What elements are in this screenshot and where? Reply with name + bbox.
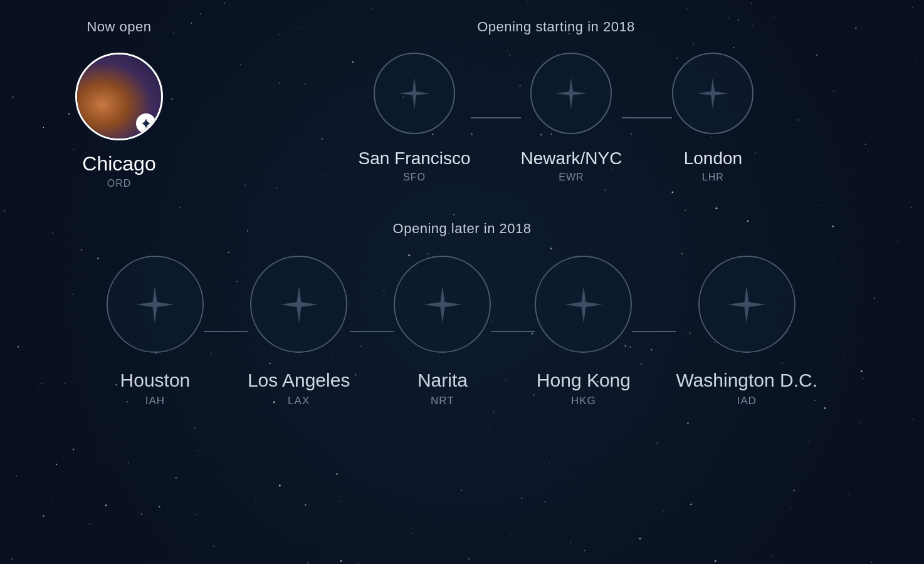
iah-city-name: Houston	[120, 369, 191, 392]
iad-circle	[698, 256, 795, 353]
sfo-city-name: San Francisco	[359, 148, 471, 169]
opening-2018-column: Opening starting in 2018 San Francisco S…	[213, 19, 899, 183]
iah-star-icon	[132, 282, 177, 327]
hkg-star-icon	[561, 282, 606, 327]
lhr-city-code: LHR	[702, 172, 724, 183]
lax-circle	[250, 256, 347, 353]
connector-hkg-iad	[632, 331, 676, 332]
now-open-label: Now open	[87, 19, 151, 35]
chicago-star-badge	[136, 113, 156, 133]
ewr-star-icon	[552, 75, 590, 112]
connector-nrt-hkg	[491, 331, 535, 332]
nrt-star-icon	[420, 282, 465, 327]
lhr-star-icon	[694, 75, 732, 112]
chicago-airport-item[interactable]: Chicago ORD	[75, 53, 163, 189]
nrt-city-name: Narita	[417, 369, 468, 392]
connector-iah-lax	[204, 331, 248, 332]
sfo-airport-item[interactable]: San Francisco SFO	[359, 53, 471, 183]
opening-later-label: Opening later in 2018	[393, 221, 532, 237]
top-section: Now open Chicago ORD Opening starting in…	[25, 19, 899, 189]
iah-airport-item[interactable]: Houston IAH	[107, 256, 204, 407]
lax-star-icon	[276, 282, 322, 327]
sfo-circle	[374, 53, 455, 134]
chicago-city-code: ORD	[107, 178, 132, 189]
chicago-circle	[75, 53, 163, 140]
ewr-circle	[530, 53, 612, 134]
hkg-city-name: Hong Kong	[537, 369, 631, 392]
lhr-airport-item[interactable]: London LHR	[672, 53, 753, 183]
iad-city-code: IAD	[737, 395, 757, 407]
lax-city-code: LAX	[288, 395, 310, 407]
opening-2018-label: Opening starting in 2018	[477, 19, 635, 35]
iad-city-name: Washington D.C.	[676, 369, 817, 392]
iah-circle	[107, 256, 204, 353]
nrt-city-code: NRT	[431, 395, 454, 407]
opening-2018-row: San Francisco SFO Newark/NYC EWR	[213, 53, 899, 183]
ewr-city-name: Newark/NYC	[521, 148, 622, 169]
iah-city-code: IAH	[145, 395, 165, 407]
lhr-city-name: London	[684, 148, 742, 169]
connector-ewr-lhr	[622, 117, 672, 118]
hkg-airport-item[interactable]: Hong Kong HKG	[535, 256, 632, 407]
opening-later-row: Houston IAH Los Angeles LAX	[25, 256, 899, 407]
hkg-city-code: HKG	[571, 395, 596, 407]
iad-airport-item[interactable]: Washington D.C. IAD	[676, 256, 817, 407]
nrt-airport-item[interactable]: Narita NRT	[394, 256, 491, 407]
connector-lax-nrt	[350, 331, 394, 332]
ewr-airport-item[interactable]: Newark/NYC EWR	[521, 53, 622, 183]
lhr-circle	[672, 53, 753, 134]
lax-airport-item[interactable]: Los Angeles LAX	[248, 256, 350, 407]
hkg-circle	[535, 256, 632, 353]
chicago-city-name: Chicago	[82, 152, 155, 175]
nrt-circle	[394, 256, 491, 353]
main-content: Now open Chicago ORD Opening starting in…	[0, 0, 924, 564]
lax-city-name: Los Angeles	[248, 369, 350, 392]
ewr-city-code: EWR	[559, 172, 584, 183]
connector-sfo-ewr	[471, 117, 521, 118]
sfo-city-code: SFO	[403, 172, 426, 183]
now-open-column: Now open Chicago ORD	[25, 19, 213, 189]
sfo-star-icon	[396, 75, 433, 112]
bottom-section: Opening later in 2018 Houston IAH	[25, 221, 899, 407]
iad-star-icon	[724, 282, 769, 327]
